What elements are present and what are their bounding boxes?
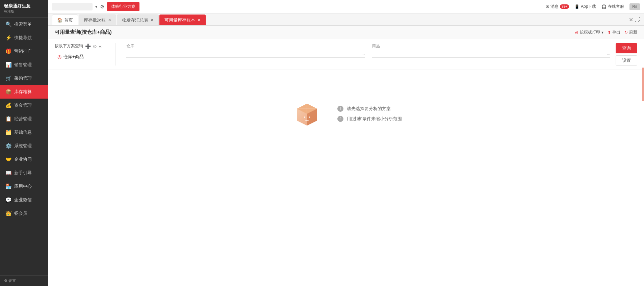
goods-input[interactable] [372, 51, 606, 56]
shortcut-icon: ⚡ [5, 35, 11, 41]
sidebar-item-search[interactable]: 🔍 搜索菜单 [0, 18, 48, 31]
gear-icon: ⚙️ [5, 143, 11, 149]
tab-batch-close[interactable]: ✕ [108, 18, 111, 22]
sidebar-item-basic[interactable]: 🗂️ 基础信息 [0, 126, 48, 139]
industry-btn[interactable]: 体验行业方案 [107, 2, 139, 11]
empty-tip-1: 1 请先选择要分析的方案 [337, 106, 402, 112]
tab-stock-summary[interactable]: 收发存汇总表 ✕ [117, 15, 159, 25]
sidebar-label-operations: 经营管理 [14, 116, 32, 122]
sidebar: 畅康通好生意 标准版 🔍 搜索菜单 ⚡ 快捷导航 🎁 营销推广 📊 销售管理 🛒… [0, 0, 48, 286]
warehouse-filter: 仓库 ··· [126, 43, 365, 58]
sidebar-label-basic: 基础信息 [14, 129, 32, 135]
sidebar-label-enterprise: 企业协同 [14, 156, 32, 162]
headset-icon: 🎧 [601, 4, 607, 9]
goods-input-wrapper: ··· [372, 50, 611, 58]
sidebar-item-inventory[interactable]: 📦 库存核算 [0, 85, 48, 99]
expand-tabs-btn[interactable]: ⛶ [635, 17, 640, 23]
sidebar-item-member[interactable]: 👑 畅会员 [0, 207, 48, 220]
tab-home-label: 首页 [64, 17, 73, 23]
sidebar-label-marketing: 营销推广 [14, 48, 32, 54]
tab-available-stock-label: 可用量库存账本 [164, 17, 195, 23]
sidebar-item-system[interactable]: ⚙️ 系统管理 [0, 139, 48, 153]
settings-scheme-btn[interactable]: ⊙ [93, 44, 97, 49]
tab-batch[interactable]: 库存批次账 ✕ [79, 15, 116, 25]
tip-num-2: 2 [337, 116, 343, 122]
cart-icon: 🛒 [5, 75, 11, 81]
folder-icon: 🗂️ [5, 129, 11, 135]
query-btn[interactable]: 查询 [616, 43, 637, 53]
goods-more-btn[interactable]: ··· [607, 52, 610, 56]
sidebar-label-appstore: 应用中心 [14, 183, 32, 189]
collapse-btn[interactable]: « [99, 44, 102, 49]
money-icon: 💰 [5, 102, 11, 108]
refresh-label: 刷新 [629, 29, 637, 35]
sidebar-item-finance[interactable]: 💰 资金管理 [0, 99, 48, 112]
tab-available-stock[interactable]: 可用量库存账本 ✕ [159, 15, 206, 25]
sidebar-item-sales[interactable]: 📊 销售管理 [0, 58, 48, 72]
topbar-gear-icon[interactable]: ⚙ [100, 4, 104, 10]
crown-icon: 👑 [5, 210, 11, 216]
tab-available-stock-close[interactable]: ✕ [198, 18, 201, 22]
topbar-dropdown[interactable]: ▾ [95, 4, 97, 9]
scheme-item-label: 仓库+商品 [63, 54, 84, 60]
logo-title: 畅康通好生意 [4, 3, 44, 9]
scheme-item-warehouse-goods[interactable]: ◎ 仓库+商品 [55, 52, 115, 62]
svg-point-6 [309, 116, 310, 118]
export-label: 导出 [612, 29, 620, 35]
search-icon: 🔍 [5, 21, 11, 27]
print-dropdown-icon[interactable]: ▾ [601, 30, 603, 35]
sidebar-item-guide[interactable]: 📖 新手引导 [0, 166, 48, 180]
sidebar-label-member: 畅会员 [14, 210, 27, 216]
warehouse-input[interactable] [126, 51, 360, 56]
main-area: ▾ ⚙ 体验行业方案 ✉ 消息 99+ 📱 App下载 🎧 在线客服 Rit 🏠… [48, 0, 644, 286]
sidebar-item-wechat[interactable]: 💬 企业微信 [0, 193, 48, 207]
sidebar-footer[interactable]: ⚙ 设置 [0, 275, 48, 286]
sidebar-item-shortcut[interactable]: ⚡ 快捷导航 [0, 31, 48, 45]
sidebar-label-search: 搜索菜单 [14, 21, 32, 27]
clipboard-icon: 📋 [5, 116, 11, 122]
sidebar-nav: 🔍 搜索菜单 ⚡ 快捷导航 🎁 营销推广 📊 销售管理 🛒 采购管理 📦 库存核… [0, 18, 48, 275]
scheme-icon: ◎ [57, 54, 61, 59]
app-download-btn[interactable]: 📱 App下载 [574, 4, 596, 9]
svg-point-5 [304, 116, 305, 118]
sidebar-label-shortcut: 快捷导航 [14, 35, 32, 41]
user-avatar[interactable]: Rit [629, 3, 640, 10]
topbar-right: ✉ 消息 99+ 📱 App下载 🎧 在线客服 Rit [546, 3, 640, 10]
gift-icon: 🎁 [5, 48, 11, 54]
sidebar-label-sales: 销售管理 [14, 62, 32, 68]
page-actions: 🖨 按模板打印 ▾ ⬆ 导出 ↻ 刷新 [574, 29, 637, 35]
settings-btn[interactable]: 设置 [616, 55, 637, 66]
sidebar-label-system: 系统管理 [14, 143, 32, 149]
book-icon: 📖 [5, 170, 11, 176]
service-btn[interactable]: 🎧 在线客服 [601, 4, 624, 9]
tab-home[interactable]: 🏠 首页 [52, 15, 78, 25]
message-btn[interactable]: ✉ 消息 99+ [546, 4, 569, 9]
sidebar-label-finance: 资金管理 [14, 102, 32, 108]
tabs-bar: 🏠 首页 库存批次账 ✕ 收发存汇总表 ✕ 可用量库存账本 ✕ ✕ ⛶ [48, 14, 644, 26]
close-all-tabs-btn[interactable]: ✕ [629, 16, 633, 23]
filter-row: 仓库 ··· 商品 ··· [121, 43, 610, 66]
sidebar-item-enterprise[interactable]: 🤝 企业协同 [0, 153, 48, 166]
phone-icon: 📱 [574, 4, 579, 9]
sidebar-item-marketing[interactable]: 🎁 营销推广 [0, 45, 48, 58]
message-label: 消息 [550, 4, 559, 9]
query-actions: 查询 设置 [616, 43, 637, 66]
export-btn[interactable]: ⬆ 导出 [608, 29, 620, 35]
right-scrollbar[interactable] [642, 68, 644, 101]
home-icon: 🏠 [57, 18, 62, 23]
add-scheme-btn[interactable]: ➕ [85, 44, 91, 49]
sidebar-item-operations[interactable]: 📋 经营管理 [0, 112, 48, 126]
sidebar-item-purchase[interactable]: 🛒 采购管理 [0, 72, 48, 85]
tab-stock-summary-close[interactable]: ✕ [151, 18, 154, 22]
warehouse-more-btn[interactable]: ··· [361, 52, 365, 56]
refresh-btn[interactable]: ↻ 刷新 [624, 29, 637, 35]
goods-label: 商品 [372, 43, 611, 49]
print-btn[interactable]: 🖨 按模板打印 ▾ [574, 29, 603, 35]
empty-state: 1 请先选择要分析的方案 2 用[过滤]条件来缩小分析范围 [48, 70, 644, 158]
tip-text-1: 请先选择要分析的方案 [347, 106, 391, 112]
search-input[interactable] [52, 3, 93, 10]
wechat-icon: 💬 [5, 197, 11, 203]
sidebar-item-appstore[interactable]: 🏪 应用中心 [0, 180, 48, 193]
box-icon: 📦 [5, 89, 11, 95]
topbar: ▾ ⚙ 体验行业方案 ✉ 消息 99+ 📱 App下载 🎧 在线客服 Rit [48, 0, 644, 14]
